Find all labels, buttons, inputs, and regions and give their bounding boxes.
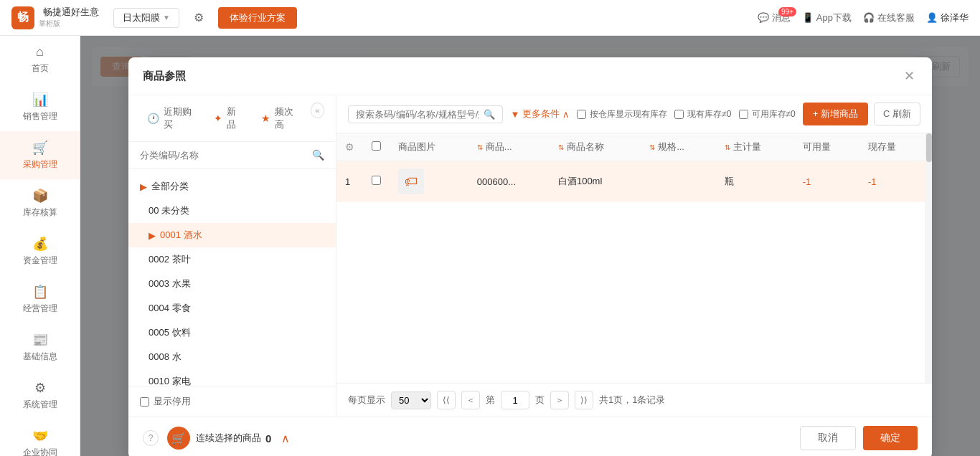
th-unit-label: 主计量: [733, 141, 761, 153]
sidebar-item-home[interactable]: ⌂ 首页: [0, 36, 80, 83]
category-item-uncategorized[interactable]: 00 未分类: [128, 199, 336, 223]
expand-active-icon: ▶: [149, 230, 156, 241]
page-number-input[interactable]: 1: [501, 391, 529, 409]
gear-icon[interactable]: ⚙: [188, 7, 209, 29]
row-index: 1: [336, 161, 363, 202]
purchase-icon: 🛒: [32, 140, 48, 156]
sidebar-item-inventory[interactable]: 📦 库存核算: [0, 179, 80, 227]
refresh-btn[interactable]: C 刷新: [874, 103, 920, 125]
select-all-checkbox[interactable]: [372, 141, 381, 151]
filter-btn[interactable]: ▼ 更多条件 ∧: [510, 108, 570, 120]
table-row[interactable]: 1 🏷: [336, 161, 925, 202]
logo-icon: 畅: [11, 6, 34, 29]
product-search-input[interactable]: [356, 109, 479, 120]
online-service-btn[interactable]: 🎧 在线客服: [863, 11, 915, 24]
show-disabled-label[interactable]: 显示停用: [140, 395, 324, 408]
category-item-tea[interactable]: 0002 茶叶: [128, 247, 336, 272]
table-scrollbar[interactable]: [925, 133, 932, 383]
message-icon: 💬: [758, 12, 769, 23]
sidebar-item-business[interactable]: 📋 经营管理: [0, 275, 80, 323]
cart-btn[interactable]: 🛒: [167, 427, 190, 450]
per-page-label: 每页显示: [348, 394, 385, 407]
product-image-placeholder: 🏷: [398, 168, 424, 194]
message-btn[interactable]: 💬 消息 99+: [758, 11, 791, 24]
available-nonzero-checkbox[interactable]: [739, 110, 748, 119]
category-item-snack[interactable]: 0004 零食: [128, 296, 336, 320]
modal-close-btn[interactable]: ✕: [900, 67, 918, 85]
help-icon[interactable]: ?: [143, 430, 159, 446]
sidebar-item-enterprise[interactable]: 🤝 企业协同: [0, 419, 80, 456]
th-checkbox: [363, 133, 390, 161]
category-search-input[interactable]: [140, 150, 312, 161]
category-item-liquor[interactable]: ▶ 0001 酒水: [128, 223, 336, 247]
th-available[interactable]: 可用量: [794, 133, 859, 161]
sidebar-item-sales[interactable]: 📊 销售管理: [0, 83, 80, 131]
product-reference-modal: 商品参照 ✕ 🕐 近期购买 ✦: [128, 57, 932, 456]
th-stock[interactable]: 现存量: [859, 133, 925, 161]
th-unit[interactable]: ⇅ 主计量: [716, 133, 793, 161]
row-checkbox[interactable]: [372, 176, 381, 185]
available-nonzero-label[interactable]: 可用库存≠0: [739, 108, 796, 120]
per-page-select[interactable]: 50 20 100: [391, 391, 431, 409]
sidebar-item-basic[interactable]: 📰 基础信息: [0, 323, 80, 371]
user-avatar[interactable]: 👤 徐泽华: [926, 11, 969, 24]
show-disabled-checkbox[interactable]: [140, 397, 149, 407]
continuous-select-label: 连续选择的商品: [196, 432, 261, 445]
nav-selector[interactable]: 日太阳膜 ▼: [113, 8, 179, 28]
th-spec[interactable]: ⇅ 规格...: [641, 133, 716, 161]
tab-recent-purchase[interactable]: 🕐 近期购买: [140, 103, 201, 134]
stock-nonzero-checkbox[interactable]: [674, 110, 684, 119]
column-settings-icon[interactable]: ⚙: [345, 141, 354, 153]
th-spec-label: 规格...: [658, 141, 684, 153]
sort-icon-unit: ⇅: [725, 143, 730, 151]
warehouse-filter-label[interactable]: 按仓库显示现有库存: [577, 108, 667, 120]
content-area: 查询 设置 C 刷新 商品参照 ✕: [80, 36, 980, 456]
filter-icon: ▼: [510, 109, 519, 120]
tab-new-products[interactable]: ✦ 新品: [207, 103, 248, 134]
sidebar-item-system[interactable]: ⚙ 系统管理: [0, 371, 80, 419]
sidebar: ⌂ 首页 📊 销售管理 🛒 采购管理 📦 库存核算 💰 资金管理 📋 经营管理 …: [0, 36, 80, 456]
product-table: ⚙ 商品图片: [336, 133, 925, 202]
collapse-footer-btn[interactable]: ∧: [281, 432, 290, 445]
app-download-btn[interactable]: 📱 App下载: [802, 11, 852, 24]
add-product-btn[interactable]: + 新增商品: [803, 103, 868, 125]
category-item-all[interactable]: ▶ 全部分类: [128, 174, 336, 199]
expand-icon: ▶: [140, 181, 147, 192]
row-stock: -1: [859, 161, 925, 202]
confirm-btn[interactable]: 确定: [863, 426, 918, 450]
scrollbar-thumb[interactable]: [926, 133, 932, 162]
sidebar-item-purchase[interactable]: 🛒 采购管理: [0, 131, 80, 179]
avatar-icon: 👤: [926, 12, 938, 23]
category-item-fruit[interactable]: 0003 水果: [128, 272, 336, 296]
modal-body: 🕐 近期购买 ✦ 新品 ★ 频次高: [128, 95, 932, 417]
sidebar-item-finance[interactable]: 💰 资金管理: [0, 227, 80, 275]
pagination: 每页显示 50 20 100 ⟨⟨ ＜ 第 1 页 ＞: [336, 383, 932, 417]
logo-sub: 掌柜版: [39, 19, 99, 29]
experience-btn[interactable]: 体验行业方案: [218, 7, 297, 29]
next-page-btn[interactable]: ＞: [550, 391, 569, 409]
total-info: 共1页，1条记录: [599, 394, 665, 407]
stock-nonzero-label[interactable]: 现有库存≠0: [674, 108, 731, 120]
last-page-btn[interactable]: ⟩⟩: [575, 391, 593, 409]
page-label: 第: [486, 394, 495, 407]
tab-frequent[interactable]: ★ 频次高: [254, 103, 304, 134]
logo-text: 畅捷通好生意: [43, 6, 99, 19]
th-name[interactable]: ⇅ 商品名称: [550, 133, 641, 161]
category-item-water[interactable]: 0008 水: [128, 345, 336, 369]
recent-icon: 🕐: [147, 113, 159, 124]
finance-icon: 💰: [32, 236, 48, 252]
sort-icon-code: ⇅: [477, 143, 483, 151]
warehouse-filter-checkbox[interactable]: [577, 110, 586, 119]
th-image-label: 商品图片: [398, 141, 435, 153]
left-panel-collapse-btn[interactable]: «: [311, 103, 324, 118]
first-page-btn[interactable]: ⟨⟨: [437, 391, 456, 409]
search-icon[interactable]: 🔍: [312, 149, 324, 161]
chevron-down-icon: ▼: [163, 14, 170, 22]
prev-page-btn[interactable]: ＜: [461, 391, 480, 409]
category-item-appliance[interactable]: 0010 家电: [128, 369, 336, 386]
cancel-btn[interactable]: 取消: [800, 426, 856, 450]
category-item-beverage[interactable]: 0005 饮料: [128, 320, 336, 345]
th-code[interactable]: ⇅ 商品...: [468, 133, 550, 161]
th-gear[interactable]: ⚙: [336, 133, 363, 161]
search-submit-icon[interactable]: 🔍: [484, 109, 495, 120]
